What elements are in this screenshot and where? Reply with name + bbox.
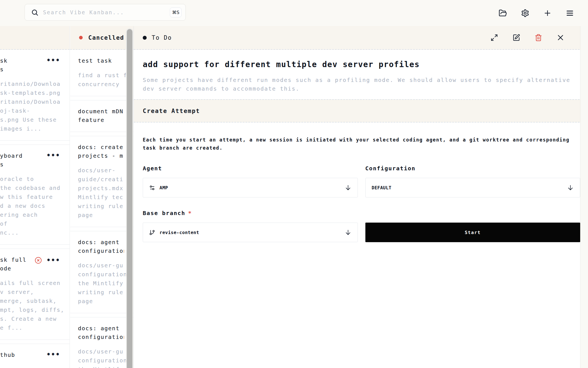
task-card[interactable]: test task find a rust fconcurrency	[70, 50, 134, 96]
configuration-value: DEFAULT	[372, 185, 392, 190]
add-task-button[interactable]	[543, 9, 552, 17]
card-title: docs: agentconfiguration	[78, 324, 124, 341]
create-attempt-section-header: Create Attempt	[134, 99, 588, 122]
base-branch-label: Base branch*	[143, 210, 358, 216]
start-attempt-button[interactable]: Start	[365, 223, 580, 242]
column-cancelled-title: Cancelled	[88, 34, 124, 41]
task-status-label: To Do	[152, 34, 172, 41]
card-title: thub	[0, 351, 46, 359]
todo-status-dot	[143, 36, 147, 40]
card-description: cs page	[0, 365, 70, 368]
cancelled-status-icon	[35, 257, 42, 264]
create-attempt-title: Create Attempt	[143, 108, 200, 114]
card-description: ails full screenv server,merge, subtask,…	[0, 279, 70, 332]
chevron-down-icon	[345, 229, 351, 236]
folder-open-icon	[499, 9, 507, 17]
card-description: oracle tothe codebase andw this featured…	[0, 174, 70, 237]
task-card[interactable]: thub ••• cs page	[0, 344, 70, 368]
edit-task-button[interactable]	[513, 34, 520, 41]
cancelled-status-dot	[79, 36, 83, 39]
card-description: docs/user-guconfigurationthe Mintlifywri…	[78, 261, 134, 306]
trash-icon	[535, 34, 542, 41]
git-branch-icon	[149, 230, 155, 235]
edit-icon	[513, 34, 520, 41]
column-cancelled-header: Cancelled	[70, 26, 134, 50]
agent-value: AMP	[160, 185, 168, 190]
attempt-form: Agent Configuration AMP DEFAULT Base bra…	[143, 165, 580, 242]
kanban-column-cancelled: Cancelled test task find a rust fconcurr…	[70, 26, 134, 368]
task-card[interactable]: sk fullode ••• ails full screenv server,…	[0, 249, 70, 340]
topbar: Search Vibe Kanban... ⌘S	[0, 0, 588, 26]
task-card[interactable]: sks ••• ritannio/Downloask-templates.png…	[0, 50, 70, 141]
task-card[interactable]: docs: createprojects - m docs/user-guide…	[70, 136, 134, 227]
close-icon	[557, 34, 564, 41]
close-panel-button[interactable]	[557, 34, 564, 41]
configuration-label: Configuration	[365, 165, 580, 172]
card-menu-button[interactable]: •••	[46, 352, 60, 357]
card-description: docs/user-guconfigurationthe Mintlifywri…	[78, 347, 134, 368]
panel-scrollbar-gutter[interactable]	[580, 26, 588, 368]
column-left-cards: sks ••• ritannio/Downloask-templates.png…	[0, 50, 70, 368]
plus-icon	[543, 9, 552, 17]
card-title: yboards	[0, 152, 46, 169]
board-scrollbar-thumb[interactable]	[127, 29, 132, 368]
base-branch-value: revise-content	[160, 230, 199, 235]
base-branch-select[interactable]: revise-content	[143, 223, 358, 242]
topbar-actions	[499, 0, 574, 26]
task-description: Some projects have different run modes s…	[143, 76, 580, 93]
expand-button[interactable]	[491, 34, 498, 41]
expand-icon	[491, 34, 498, 41]
task-detail-panel: To Do	[134, 26, 588, 368]
open-project-button[interactable]	[499, 9, 507, 17]
attempt-info-text: Each time you start an attempt, a new se…	[143, 136, 580, 152]
settings-gear-icon	[521, 9, 529, 17]
column-cancelled-cards: test task find a rust fconcurrency docum…	[70, 50, 134, 368]
search-icon	[31, 9, 39, 16]
card-menu-button[interactable]: •••	[46, 153, 60, 158]
task-card[interactable]: docs: agentconfiguration docs/user-gucon…	[70, 317, 134, 368]
task-card[interactable]: document mDNfeature	[70, 100, 134, 132]
task-card[interactable]: docs: agentconfiguration docs/user-gucon…	[70, 231, 134, 313]
kanban-column-left: sks ••• ritannio/Downloask-templates.png…	[0, 26, 70, 368]
configuration-select[interactable]: DEFAULT	[365, 178, 580, 197]
chevron-down-icon	[345, 184, 351, 191]
agent-sliders-icon	[149, 185, 155, 191]
settings-button[interactable]	[521, 9, 529, 17]
card-description: ritannio/Downloask-templates.pngritannio…	[0, 79, 70, 133]
required-asterisk: *	[188, 210, 192, 216]
card-description: find a rust fconcurrency	[78, 71, 134, 89]
kanban-board: sks ••• ritannio/Downloask-templates.png…	[0, 26, 134, 368]
card-title: sk fullode	[0, 256, 35, 273]
card-description: docs/user-guide/creatiprojects.mdxMintli…	[78, 166, 134, 220]
card-title: docs: agentconfiguration	[78, 238, 124, 255]
card-title: docs: createprojects - m	[78, 143, 124, 160]
task-detail-actions	[491, 34, 564, 41]
menu-icon	[566, 9, 574, 17]
search-shortcut-badge: ⌘S	[170, 8, 182, 17]
agent-label: Agent	[143, 165, 358, 172]
task-card[interactable]: yboards ••• oracle tothe codebase andw t…	[0, 145, 70, 245]
task-title: add support for different multiple dev s…	[143, 60, 580, 69]
column-left-header	[0, 26, 70, 50]
card-menu-button[interactable]: •••	[46, 258, 60, 263]
search-placeholder: Search Vibe Kanban...	[43, 9, 170, 15]
chevron-down-icon	[567, 184, 574, 191]
main-menu-button[interactable]	[566, 9, 574, 17]
delete-task-button[interactable]	[535, 34, 542, 41]
card-title: sks	[0, 56, 46, 74]
card-menu-button[interactable]: •••	[46, 58, 60, 63]
agent-select[interactable]: AMP	[143, 178, 358, 197]
task-summary-section: add support for different multiple dev s…	[134, 50, 588, 99]
create-attempt-body: Each time you start an attempt, a new se…	[134, 122, 588, 242]
search-input[interactable]: Search Vibe Kanban... ⌘S	[25, 4, 186, 21]
card-title: test task	[78, 56, 124, 65]
task-detail-header: To Do	[134, 26, 588, 50]
card-title: document mDNfeature	[78, 107, 124, 124]
